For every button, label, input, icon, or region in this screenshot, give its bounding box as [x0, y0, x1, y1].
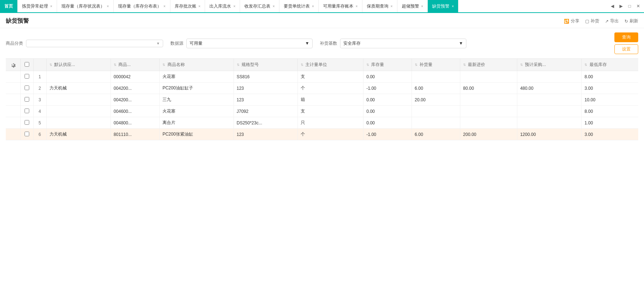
th-replenish-qty[interactable]: ⇅ 补货量: [412, 59, 460, 71]
datasource-filter-group: 数据源 可用量 ▼: [170, 39, 313, 48]
row-replenish-qty-cell: [412, 71, 460, 83]
refresh-button[interactable]: ↻ 刷新: [625, 18, 638, 24]
tab-home[interactable]: 首页: [0, 0, 18, 12]
tab-prev-button[interactable]: ◀: [608, 2, 617, 10]
export-button[interactable]: ↗ 导出: [605, 18, 619, 24]
category-select[interactable]: ▼: [26, 40, 163, 47]
tab-picking[interactable]: 拣货异常处理 ×: [18, 0, 57, 12]
tab-batch-close[interactable]: ×: [199, 4, 201, 8]
query-button[interactable]: 查询: [614, 32, 638, 42]
row-latest-price-cell: 200.00: [460, 129, 517, 140]
row-code-cell: 004600...: [110, 106, 159, 117]
th-est-purchase[interactable]: ⇅ 预计采购...: [517, 59, 581, 71]
tab-summary-close[interactable]: ×: [273, 4, 275, 8]
th-latest-price[interactable]: ⇅ 最新进价: [460, 59, 517, 71]
tab-expiry[interactable]: 保质期查询 ×: [362, 0, 397, 12]
row-check-cell[interactable]: [20, 106, 33, 117]
tab-overstock-close[interactable]: ×: [421, 4, 423, 8]
replenish-base-dropdown-icon: ▼: [459, 41, 463, 46]
settings-button[interactable]: 设置: [614, 44, 638, 54]
tab-picking-close[interactable]: ×: [50, 4, 52, 8]
tab-stock-dist[interactable]: 现存量（库存分布表） ×: [114, 0, 170, 12]
th-product-code[interactable]: ⇅ 商品...: [110, 59, 159, 71]
th-unit[interactable]: ⇅ 主计量单位: [297, 59, 363, 71]
row-checkbox-3[interactable]: [25, 97, 29, 102]
row-stock-cell: 0.00: [363, 71, 412, 83]
tab-close-all-button[interactable]: ✕: [634, 2, 643, 10]
tab-flow-label: 出入库流水: [209, 3, 231, 9]
refresh-icon: ↻: [625, 19, 628, 24]
row-replenish-qty-cell: 20.00: [412, 94, 460, 106]
th-min-stock[interactable]: ⇅ 最低库存: [582, 59, 638, 71]
row-checkbox-5[interactable]: [25, 120, 29, 125]
replenish-base-label: 补货基数: [320, 40, 337, 47]
select-all-checkbox[interactable]: [25, 62, 29, 67]
row-checkbox-2[interactable]: [25, 85, 29, 90]
sort-icon-spec: ⇅: [237, 63, 240, 67]
th-default-supplier[interactable]: ⇅ 默认供应...: [46, 59, 110, 71]
row-check-cell[interactable]: [20, 94, 33, 106]
tab-overstock[interactable]: 超储预警 ×: [397, 0, 428, 12]
tab-requisition-close[interactable]: ×: [312, 4, 314, 8]
replenish-button[interactable]: ▢ 补货: [585, 18, 599, 24]
th-spec[interactable]: ⇅ 规格型号: [234, 59, 297, 71]
tab-stock-status-close[interactable]: ×: [107, 4, 109, 8]
sort-icon-code: ⇅: [114, 63, 117, 67]
tab-batch[interactable]: 库存批次账 ×: [170, 0, 205, 12]
row-code-cell: 0000042: [110, 71, 159, 83]
row-check-cell[interactable]: [20, 71, 33, 83]
row-est-purchase-cell: [517, 117, 581, 129]
row-num-cell: 6: [33, 129, 46, 140]
tab-stock-dist-close[interactable]: ×: [164, 4, 166, 8]
row-unit-cell: 只: [297, 117, 363, 129]
th-default-supplier-label: 默认供应...: [54, 62, 75, 67]
tab-home-label: 首页: [4, 3, 13, 9]
row-min-stock-cell: 3.00: [582, 83, 638, 94]
row-replenish-qty-cell: 6.00: [412, 129, 460, 140]
tab-restore-button[interactable]: □: [625, 2, 634, 10]
row-est-purchase-cell: [517, 106, 581, 117]
th-stock[interactable]: ⇅ 库存量: [363, 59, 412, 71]
th-product-name[interactable]: ⇅ 商品名称: [160, 59, 234, 71]
replenish-base-select[interactable]: 安全库存 ▼: [340, 39, 466, 48]
th-settings[interactable]: [6, 59, 20, 71]
tab-available[interactable]: 可用量库存账本 ×: [319, 0, 362, 12]
th-spec-label: 规格型号: [242, 62, 259, 67]
tab-flow[interactable]: 出入库流水 ×: [205, 0, 240, 12]
tab-expiry-close[interactable]: ×: [391, 4, 393, 8]
page-title: 缺货预警: [6, 17, 29, 25]
tab-shortage-close[interactable]: ×: [452, 4, 454, 8]
tab-summary[interactable]: 收发存汇总表 ×: [240, 0, 279, 12]
row-name-cell: 离合片: [160, 117, 234, 129]
row-code-cell: 801110...: [110, 129, 159, 140]
row-min-stock-cell: 8.00: [582, 71, 638, 83]
row-num-cell: 1: [33, 71, 46, 83]
tab-flow-close[interactable]: ×: [233, 4, 235, 8]
row-check-cell[interactable]: [20, 129, 33, 140]
export-icon: ↗: [605, 19, 609, 24]
row-unit-cell: 个: [297, 83, 363, 94]
data-table: ⇅ 默认供应... ⇅ 商品... ⇅ 商品名称 ⇅ 规格型号: [6, 58, 638, 140]
share-button[interactable]: 🔁 分享: [564, 18, 579, 24]
tab-picking-label: 拣货异常处理: [22, 3, 48, 9]
row-settings-cell: [6, 106, 20, 117]
tab-requisition[interactable]: 要货单统计表 ×: [279, 0, 319, 12]
th-min-stock-label: 最低库存: [589, 62, 607, 67]
tab-shortage[interactable]: 缺货预警 ×: [428, 0, 458, 12]
tab-stock-status[interactable]: 现存量（库存状况表） ×: [57, 0, 114, 12]
tab-next-button[interactable]: ▶: [617, 2, 625, 10]
datasource-filter-label: 数据源: [170, 40, 183, 47]
row-checkbox-6[interactable]: [25, 132, 29, 136]
tab-available-close[interactable]: ×: [356, 4, 358, 8]
row-check-cell[interactable]: [20, 83, 33, 94]
th-check[interactable]: [20, 59, 33, 71]
row-spec-cell: 123: [234, 94, 297, 106]
replenish-base-value: 安全库存: [343, 40, 361, 47]
row-checkbox-4[interactable]: [25, 109, 29, 113]
row-num-cell: 4: [33, 106, 46, 117]
row-checkbox-1[interactable]: [25, 74, 29, 79]
tab-expiry-label: 保质期查询: [367, 3, 388, 9]
datasource-select[interactable]: 可用量 ▼: [186, 39, 313, 48]
table-container: ⇅ 默认供应... ⇅ 商品... ⇅ 商品名称 ⇅ 规格型号: [0, 58, 644, 146]
row-check-cell[interactable]: [20, 117, 33, 129]
